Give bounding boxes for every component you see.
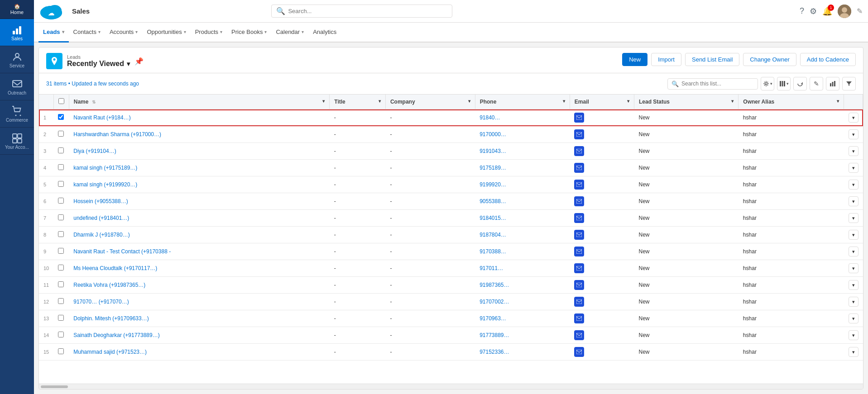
row-action-button[interactable]: ▾ — [849, 163, 858, 173]
row-checkbox-cell[interactable] — [53, 243, 69, 260]
row-checkbox-cell[interactable] — [53, 193, 69, 210]
row-action-button[interactable]: ▾ — [849, 280, 858, 290]
lead-name-link[interactable]: kamal singh (+9175189…) — [73, 165, 137, 171]
nav-item-products[interactable]: Products ▾ — [191, 23, 227, 43]
global-search-bar[interactable]: 🔍 — [271, 5, 452, 18]
row-checkbox-cell[interactable] — [53, 160, 69, 176]
lead-name-link[interactable]: Diya (+919104…) — [73, 148, 116, 154]
phone-link[interactable]: 91707002… — [480, 299, 509, 305]
phone-link[interactable]: 9170388… — [480, 248, 506, 255]
row-checkbox-cell[interactable] — [53, 344, 69, 361]
email-action-button[interactable] — [574, 146, 584, 156]
row-email[interactable] — [570, 193, 634, 210]
email-action-button[interactable] — [574, 263, 584, 273]
owner-alias-col-dropdown[interactable]: ▾ — [837, 99, 839, 104]
row-action-button[interactable]: ▾ — [849, 297, 858, 307]
email-action-button[interactable] — [574, 247, 584, 256]
row-action-button[interactable]: ▾ — [849, 263, 858, 273]
row-checkbox[interactable] — [58, 248, 64, 254]
row-email[interactable] — [570, 327, 634, 344]
sidebar-home-button[interactable]: 🏠 Home — [0, 0, 34, 19]
row-action-button[interactable]: ▾ — [849, 180, 858, 190]
row-checkbox[interactable] — [58, 164, 64, 170]
company-col-dropdown[interactable]: ▾ — [468, 99, 470, 104]
phone-link[interactable]: 97152336… — [480, 349, 509, 355]
row-checkbox-cell[interactable] — [53, 176, 69, 193]
row-action-button[interactable]: ▾ — [849, 230, 858, 240]
row-checkbox[interactable] — [58, 332, 64, 337]
row-action-button[interactable]: ▾ — [849, 129, 858, 139]
email-action-button[interactable] — [574, 230, 584, 240]
search-list-input[interactable] — [681, 81, 754, 87]
row-checkbox-cell[interactable] — [53, 277, 69, 294]
global-search-input[interactable] — [288, 8, 447, 14]
col-header-phone[interactable]: Phone ▾ — [475, 95, 570, 109]
col-header-email[interactable]: Email ▾ — [570, 95, 634, 109]
lead-name-link[interactable]: Reetika Vohra (+91987365…) — [73, 282, 145, 288]
row-action[interactable]: ▾ — [844, 227, 863, 243]
row-email[interactable] — [570, 126, 634, 143]
row-action[interactable]: ▾ — [844, 126, 863, 143]
email-action-button[interactable] — [574, 213, 584, 223]
phone-link[interactable]: 9199920… — [480, 181, 506, 188]
sidebar-item-service[interactable]: Service — [0, 46, 34, 73]
settings-icon[interactable]: ⚙ — [810, 6, 817, 16]
col-header-lead-status[interactable]: Lead Status ▾ — [634, 95, 739, 109]
horizontal-scrollbar[interactable] — [39, 384, 863, 389]
lead-name-link[interactable]: Dharmik J (+918780…) — [73, 232, 129, 238]
email-action-button[interactable] — [574, 347, 584, 357]
phone-link[interactable]: 9187804… — [480, 232, 506, 238]
lead-name-link[interactable]: Sainath Deogharkar (+91773889…) — [73, 332, 159, 338]
col-header-title[interactable]: Title ▾ — [330, 95, 386, 109]
row-checkbox-cell[interactable] — [53, 126, 69, 143]
row-action[interactable]: ▾ — [844, 243, 863, 260]
row-action-button[interactable]: ▾ — [849, 347, 858, 357]
lead-name-link[interactable]: Hossein (+9055388…) — [73, 198, 128, 204]
avatar[interactable] — [838, 5, 851, 18]
row-email[interactable] — [570, 143, 634, 160]
row-email[interactable] — [570, 260, 634, 277]
row-checkbox[interactable] — [58, 114, 64, 120]
phone-link[interactable]: 91987365… — [480, 282, 509, 288]
row-action-button[interactable]: ▾ — [849, 213, 858, 223]
row-email[interactable] — [570, 210, 634, 227]
row-checkbox[interactable] — [58, 214, 64, 220]
row-action[interactable]: ▾ — [844, 109, 863, 126]
filter-button[interactable] — [842, 77, 856, 90]
row-email[interactable] — [570, 277, 634, 294]
sidebar-item-your-account[interactable]: Your Acco... — [0, 128, 34, 155]
sidebar-item-sales[interactable]: Sales — [0, 19, 34, 46]
email-action-button[interactable] — [574, 113, 584, 123]
row-action[interactable]: ▾ — [844, 327, 863, 344]
row-checkbox-cell[interactable] — [53, 294, 69, 310]
phone-link[interactable]: 91840… — [480, 114, 500, 121]
row-checkbox[interactable] — [58, 131, 64, 137]
lead-name-link[interactable]: Harshwardhan Sharma (+917000…) — [73, 131, 161, 138]
row-checkbox-cell[interactable] — [53, 143, 69, 160]
row-checkbox-cell[interactable] — [53, 310, 69, 327]
phone-col-dropdown[interactable]: ▾ — [563, 99, 565, 104]
nav-products-caret[interactable]: ▾ — [220, 29, 222, 34]
nav-leads-caret[interactable]: ▾ — [62, 29, 64, 34]
chart-button[interactable] — [826, 77, 839, 90]
lead-status-col-dropdown[interactable]: ▾ — [731, 99, 734, 104]
edit-button[interactable]: ✎ — [810, 77, 823, 90]
email-col-dropdown[interactable]: ▾ — [627, 99, 629, 104]
phone-link[interactable]: 9184015… — [480, 215, 506, 221]
select-all-checkbox[interactable] — [58, 98, 64, 104]
row-checkbox[interactable] — [58, 265, 64, 271]
row-checkbox[interactable] — [58, 231, 64, 237]
col-header-company[interactable]: Company ▾ — [385, 95, 475, 109]
phone-link[interactable]: 91773889… — [480, 332, 509, 338]
notification-button[interactable]: 🔔 1 — [822, 6, 832, 16]
search-list-container[interactable]: 🔍 — [667, 78, 758, 90]
scrollbar-thumb[interactable] — [41, 385, 68, 388]
row-action[interactable]: ▾ — [844, 143, 863, 160]
change-owner-button[interactable]: Change Owner — [743, 53, 796, 66]
row-email[interactable] — [570, 109, 634, 126]
row-checkbox[interactable] — [58, 198, 64, 204]
row-checkbox[interactable] — [58, 281, 64, 287]
row-email[interactable] — [570, 176, 634, 193]
import-button[interactable]: Import — [651, 53, 681, 66]
row-email[interactable] — [570, 243, 634, 260]
